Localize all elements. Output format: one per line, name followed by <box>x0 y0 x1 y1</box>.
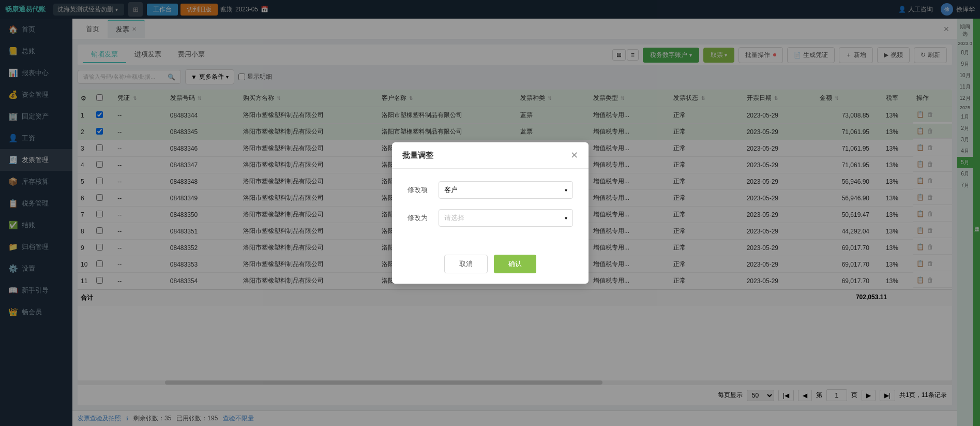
modal-field-chevron-icon: ▾ <box>565 187 567 193</box>
modal-close-btn[interactable]: ✕ <box>570 150 578 161</box>
modal-body: 修改项 客户 ▾ 修改为 请选择 ▾ <box>392 169 589 249</box>
modal-modify-value-select[interactable]: 请选择 ▾ <box>439 209 573 227</box>
modal-modify-value-label: 修改为 <box>408 213 439 223</box>
modal-modify-field-select[interactable]: 客户 ▾ <box>439 181 573 199</box>
modal-cancel-btn[interactable]: 取消 <box>444 255 488 273</box>
modal-value-chevron-icon: ▾ <box>565 215 567 221</box>
modal-title: 批量调整 <box>402 151 433 160</box>
modal-modify-field-label: 修改项 <box>408 185 439 195</box>
modal-modify-field-value: 客户 <box>444 185 458 195</box>
modal-header: 批量调整 ✕ <box>392 142 589 169</box>
modal-footer: 取消 确认 <box>392 249 589 284</box>
modal-modify-value-placeholder: 请选择 <box>444 213 464 223</box>
modal-modify-field-row: 修改项 客户 ▾ <box>408 181 573 199</box>
modal-confirm-btn[interactable]: 确认 <box>494 255 536 273</box>
modal-overlay: 批量调整 ✕ 修改项 客户 ▾ 修改为 请选择 ▾ 取消 确认 <box>0 0 980 426</box>
modal-modify-value-row: 修改为 请选择 ▾ <box>408 209 573 227</box>
batch-adjust-modal: 批量调整 ✕ 修改项 客户 ▾ 修改为 请选择 ▾ 取消 确认 <box>392 142 589 284</box>
